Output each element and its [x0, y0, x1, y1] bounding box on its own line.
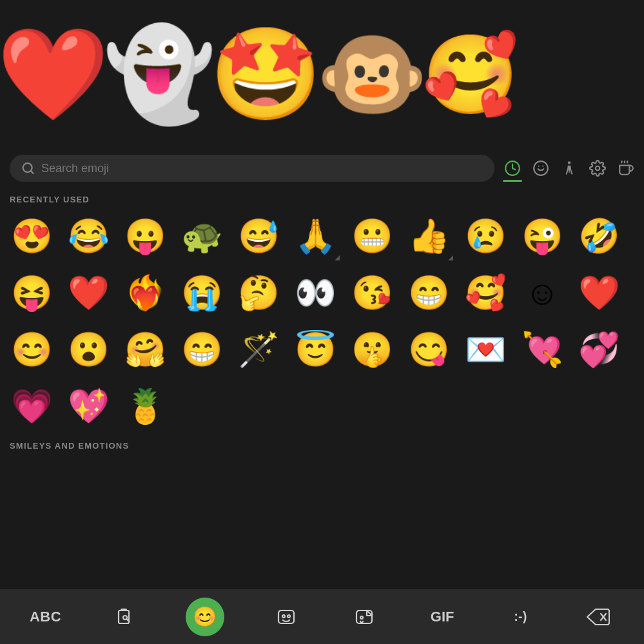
emoji-revolving-hearts[interactable]: 💞	[571, 321, 627, 378]
backspace-button[interactable]	[582, 607, 614, 627]
emoji-magic-wand[interactable]: 🪄	[230, 321, 287, 378]
emoji-eyes[interactable]: 👀	[287, 264, 344, 321]
svg-point-3	[534, 161, 548, 175]
emoji-pink-heart[interactable]: 💗	[3, 378, 60, 434]
emoji-astonished[interactable]: 😮	[60, 321, 117, 378]
emoji-yum[interactable]: 😋	[400, 321, 457, 378]
emoji-turtle[interactable]: 🐢	[173, 208, 230, 264]
svg-point-20	[360, 616, 363, 619]
emoji-teeth[interactable]: 😬	[344, 208, 400, 264]
emoji-grid-recent: 😍 😂 😛 🐢 😅 🙏 😬 👍 😢 😜 🤣 😝 ❤️ ❤️‍🔥 😭 🤔 👀 😘 …	[0, 208, 644, 434]
featured-strip: ❤️ 👻 🤩 🐵 🥰	[0, 0, 644, 148]
category-objects[interactable]	[589, 160, 606, 177]
emoji-shushing[interactable]: 🤫	[344, 321, 400, 378]
search-input[interactable]	[41, 162, 483, 175]
svg-line-7	[567, 170, 568, 174]
emoji-smiling-face[interactable]: ☺️	[514, 264, 571, 321]
featured-emoji-5: 🥰	[422, 35, 519, 113]
emoji-grin-big[interactable]: 😁	[173, 321, 230, 378]
emoji-sparkling-heart[interactable]: 💖	[60, 378, 117, 434]
emoji-grin2[interactable]: 😁	[400, 264, 457, 321]
section-label-recent: RECENTLY USED	[0, 188, 644, 208]
category-recent[interactable]	[504, 160, 521, 177]
emoji-main-button[interactable]: 😊	[186, 598, 224, 636]
featured-emoji-1: ❤️	[0, 29, 110, 119]
search-icon	[21, 161, 35, 175]
emoji-face-button[interactable]	[270, 607, 302, 627]
emoji-thumbsup[interactable]: 👍	[400, 208, 457, 264]
emoji-heart-arrow[interactable]: 💘	[514, 321, 571, 378]
emoji-squint-tongue[interactable]: 😝	[3, 264, 60, 321]
emoji-heart-eyes[interactable]: 😍	[3, 208, 60, 264]
category-smiley[interactable]	[532, 160, 549, 177]
svg-line-1	[31, 171, 34, 173]
svg-line-8	[571, 170, 572, 174]
emoji-kiss[interactable]: 😘	[344, 264, 400, 321]
featured-emoji-2: 👻	[103, 29, 216, 119]
emoji-sweat-smile[interactable]: 😅	[230, 208, 287, 264]
main-content: ❤️ 👻 🤩 🐵 🥰	[0, 0, 644, 589]
emoji-love-letter[interactable]: 💌	[457, 321, 514, 378]
bottom-toolbar: ABC 😊 GIF :-)	[0, 589, 644, 644]
search-box[interactable]	[10, 155, 494, 182]
emoji-angel[interactable]: 😇	[287, 321, 344, 378]
clipboard-search-button[interactable]	[108, 607, 140, 627]
emoji-tongue[interactable]: 😛	[117, 208, 173, 264]
text-emoji-button[interactable]: :-)	[504, 609, 536, 624]
search-row	[0, 148, 644, 188]
emoji-hugging[interactable]: 🤗	[117, 321, 173, 378]
featured-emoji-4: 🐵	[316, 29, 429, 119]
category-people[interactable]	[561, 160, 578, 177]
svg-point-6	[568, 161, 571, 164]
emoji-sticker-button[interactable]	[348, 607, 380, 627]
featured-emoji-3: 🤩	[210, 29, 322, 119]
abc-button[interactable]: ABC	[30, 609, 62, 625]
emoji-rofl[interactable]: 🤣	[571, 208, 627, 264]
emoji-pineapple[interactable]: 🍍	[117, 378, 173, 434]
emoji-red-heart[interactable]: ❤️	[60, 264, 117, 321]
emoji-pray[interactable]: 🙏	[287, 208, 344, 264]
emoji-thinking[interactable]: 🤔	[230, 264, 287, 321]
svg-point-18	[288, 615, 290, 618]
emoji-heart-fire[interactable]: ❤️‍🔥	[117, 264, 173, 321]
emoji-cry[interactable]: 😢	[457, 208, 514, 264]
emoji-red-heart2[interactable]: ❤️	[571, 264, 627, 321]
svg-point-9	[596, 166, 600, 171]
category-food[interactable]	[618, 160, 634, 177]
emoji-smirk-hearts[interactable]: 🥰	[457, 264, 514, 321]
section-label-smileys: SMILEYS AND EMOTIONS	[0, 434, 644, 454]
svg-point-17	[282, 615, 285, 618]
emoji-relieved[interactable]: 😊	[3, 321, 60, 378]
gif-button[interactable]: GIF	[426, 609, 458, 625]
category-icons	[504, 160, 634, 177]
emoji-wink-tongue[interactable]: 😜	[514, 208, 571, 264]
svg-line-15	[126, 619, 128, 621]
emoji-sob[interactable]: 😭	[173, 264, 230, 321]
emoji-laugh-cry[interactable]: 😂	[60, 208, 117, 264]
